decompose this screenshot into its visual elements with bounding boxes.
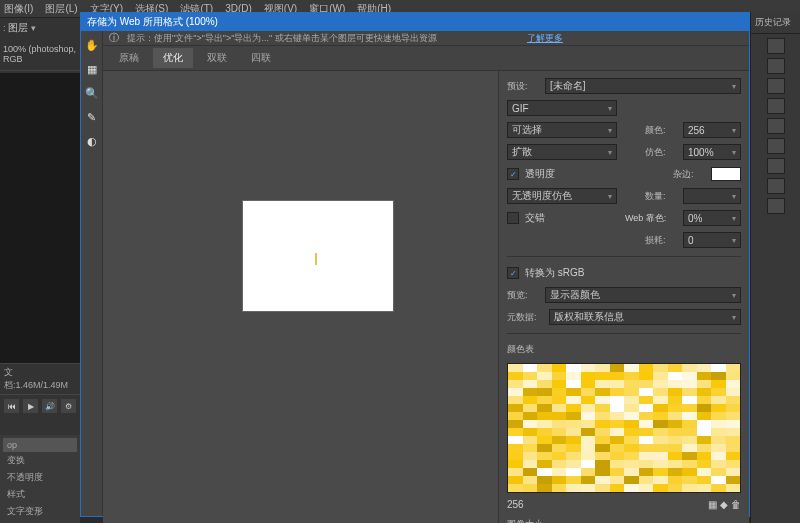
transparency-label: 透明度 [525,167,555,181]
menu-item[interactable]: 图像(I) [4,2,33,16]
interlace-checkbox[interactable] [507,212,519,224]
tab-original[interactable]: 原稿 [109,48,149,68]
tab-optimized[interactable]: 优化 [153,48,193,68]
hint-bar: ⓘ 提示：使用"文件">"导出">"导出为..." 或右键单击某个图层可更快速地… [103,31,749,46]
srgb-label: 转换为 sRGB [525,266,584,280]
color-picker-icon[interactable]: ◐ [84,133,100,149]
main-canvas-area [0,73,80,363]
dither-select[interactable]: 100% [683,144,741,160]
tab-2up[interactable]: 双联 [197,48,237,68]
panel-icon[interactable] [767,38,785,54]
play-icon[interactable]: ▶ [23,399,38,413]
audio-icon[interactable]: 🔊 [42,399,57,413]
preset-label: 预设: [507,80,539,93]
ct-count: 256 [507,499,524,510]
panel-item[interactable]: 变换 [3,452,77,469]
play-prev-icon[interactable]: ⏮ [4,399,19,413]
hint-text: 提示：使用"文件">"导出">"导出为..." 或右键单击某个图层可更快速地导出… [127,32,437,45]
info-icon: ⓘ [109,31,119,45]
panel-tab[interactable]: op [3,438,77,452]
panel-icon[interactable] [767,58,785,74]
color-table[interactable] [507,363,741,493]
ct-tools-icon[interactable]: ▦ ◆ 🗑 [708,499,741,510]
save-for-web-dialog: 存储为 Web 所用格式 (100%) ✋ ▦ 🔍 ✎ ◐ ⓘ 提示：使用"文件… [80,12,750,517]
dither-label: 仿色: [645,146,677,159]
image-size-section: 图像大小 W:像素⇕百分比: H:像素品质:两次立方 [507,518,741,523]
diffusion-select[interactable]: 扩散 [507,144,617,160]
trans-dither-select[interactable]: 无透明度仿色 [507,188,617,204]
preview-tabs: 原稿 优化 双联 四联 [103,46,749,71]
panel-item[interactable]: 样式 [3,486,77,503]
panel-icon[interactable] [767,138,785,154]
lossy-label: 损耗: [645,234,677,247]
document-tab[interactable]: 100% (photoshop, RGB [0,38,80,71]
panel-icon[interactable] [767,198,785,214]
colors-select[interactable]: 256 [683,122,741,138]
zoom-tool-icon[interactable]: 🔍 [84,85,100,101]
websnap-label: Web 靠色: [625,212,677,225]
reduction-select[interactable]: 可选择 [507,122,617,138]
transparency-checkbox[interactable]: ✓ [507,168,519,180]
matte-label: 杂边: [673,168,705,181]
websnap-select[interactable]: 0% [683,210,741,226]
image-size-label: 图像大小 [507,518,741,523]
metadata-select[interactable]: 版权和联系信息 [549,309,741,325]
format-select[interactable]: GIF [507,100,617,116]
preview-area: GIF 38.54K 8 秒 @ 56.6 Kbps 100% 仿色 "可选择"… [103,71,499,523]
tab-4up[interactable]: 四联 [241,48,281,68]
preset-select[interactable]: [未命名] [545,78,741,94]
properties-panel: op 变换 不透明度 样式 文字变形 [0,435,80,523]
slice-tool-icon[interactable]: ▦ [84,61,100,77]
learn-more-link[interactable]: 了解更多 [527,32,563,45]
preview-mode-label: 预览: [507,289,539,302]
settings-icon[interactable]: ⚙ [61,399,76,413]
amount-input[interactable] [683,188,741,204]
panel-icon[interactable] [767,118,785,134]
history-panel-label[interactable]: 历史记录 [751,12,800,34]
metadata-label: 元数据: [507,311,543,324]
interlace-label: 交错 [525,211,545,225]
doc-status: 文档:1.46M/1.49M [0,363,80,394]
lossy-input[interactable]: 0 [683,232,741,248]
panel-icon[interactable] [767,178,785,194]
panel-item[interactable]: 不透明度 [3,469,77,486]
amount-label: 数量: [645,190,677,203]
panel-icon[interactable] [767,158,785,174]
options-bar: : 图层 ▾ [0,18,80,38]
preview-mode-select[interactable]: 显示器颜色 [545,287,741,303]
timeline-controls: ⏮ ▶ 🔊 ⚙ [0,394,80,417]
menu-item[interactable]: 图层(L) [45,2,77,16]
panel-icon[interactable] [767,78,785,94]
dialog-toolbar: ✋ ▦ 🔍 ✎ ◐ [81,31,103,516]
hand-tool-icon[interactable]: ✋ [84,37,100,53]
eyedropper-icon[interactable]: ✎ [84,109,100,125]
panel-icon[interactable] [767,98,785,114]
panel-item[interactable]: 文字变形 [3,503,77,520]
dialog-title: 存储为 Web 所用格式 (100%) [81,13,749,31]
matte-swatch[interactable] [711,167,741,181]
srgb-checkbox[interactable]: ✓ [507,267,519,279]
settings-panel: 预设:[未命名] GIF 可选择颜色:256 扩散仿色:100% ✓透明度杂边:… [499,71,749,523]
color-table-label: 颜色表 [507,343,741,356]
colors-label: 颜色: [645,124,677,137]
right-panels: 历史记录 [750,12,800,523]
image-preview[interactable] [243,201,393,311]
